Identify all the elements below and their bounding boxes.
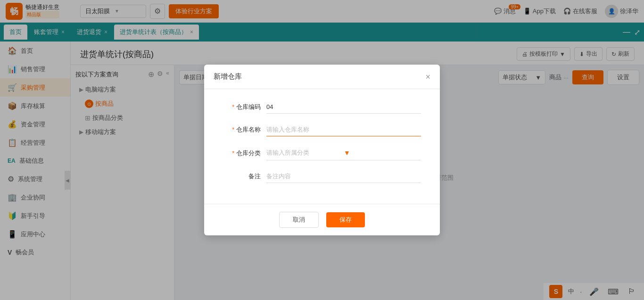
name-input[interactable]	[266, 123, 421, 136]
modal-close-button[interactable]: ×	[425, 73, 430, 81]
form-row-category: 仓库分类 请输入所属分类 ▼	[223, 146, 421, 160]
code-label: 仓库编码	[223, 103, 261, 111]
form-row-name: 仓库名称	[223, 123, 421, 136]
category-select[interactable]: 请输入所属分类 ▼	[266, 146, 421, 160]
modal-title: 新增仓库	[214, 72, 242, 81]
modal-body: 仓库编码 仓库名称 仓库分类 请输入所属分类 ▼ 备注	[204, 89, 440, 204]
modal-header: 新增仓库 ×	[204, 65, 440, 89]
note-label: 备注	[223, 172, 261, 181]
code-input[interactable]	[266, 100, 421, 114]
new-warehouse-modal: 新增仓库 × 仓库编码 仓库名称 仓库分类 请输入所属分类 ▼	[204, 65, 440, 235]
category-label: 仓库分类	[223, 149, 261, 158]
category-chevron-icon: ▼	[344, 149, 421, 157]
category-placeholder: 请输入所属分类	[266, 149, 344, 157]
save-button[interactable]: 保存	[326, 212, 365, 227]
modal-overlay[interactable]: 新增仓库 × 仓库编码 仓库名称 仓库分类 请输入所属分类 ▼	[0, 0, 644, 300]
form-row-code: 仓库编码	[223, 100, 421, 114]
modal-footer: 取消 保存	[204, 204, 440, 235]
name-label: 仓库名称	[223, 125, 261, 134]
cancel-button[interactable]: 取消	[279, 212, 319, 228]
form-row-note: 备注	[223, 170, 421, 183]
note-input[interactable]	[266, 170, 421, 183]
